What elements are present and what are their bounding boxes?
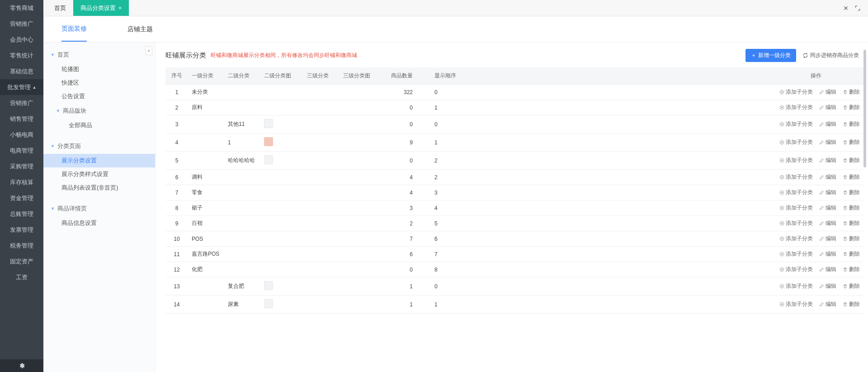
edit-button[interactable]: 编辑 xyxy=(819,173,836,181)
delete-button[interactable]: 删除 xyxy=(843,138,860,146)
edit-button[interactable]: 编辑 xyxy=(819,189,836,196)
cell-qty: 0 xyxy=(385,100,416,115)
collapse-panel-button[interactable]: « xyxy=(145,46,152,55)
tree-group-goods-block[interactable]: ▼商品版块 xyxy=(43,103,155,119)
tree-item-goods-list[interactable]: 商品列表设置(非首页) xyxy=(43,181,155,195)
tab-category-settings[interactable]: 商品分类设置× xyxy=(73,0,129,16)
add-child-button[interactable]: 添加子分类 xyxy=(779,219,813,227)
nav-retail-mall[interactable]: 零售商城 xyxy=(0,0,43,16)
delete-button[interactable]: 删除 xyxy=(843,235,860,243)
edit-button[interactable]: 编辑 xyxy=(819,282,836,290)
add-child-button[interactable]: 添加子分类 xyxy=(779,282,813,290)
edit-button[interactable]: 编辑 xyxy=(819,120,836,128)
cell-l1 xyxy=(188,296,224,314)
cell-order: 5 xyxy=(416,216,769,231)
subtab-theme[interactable]: 店铺主题 xyxy=(127,18,153,41)
tree-group-detail-page[interactable]: ▼商品详情页 xyxy=(43,201,155,216)
add-child-button[interactable]: 添加子分类 xyxy=(779,120,813,128)
add-child-button[interactable]: 添加子分类 xyxy=(779,204,813,212)
add-child-button[interactable]: 添加子分类 xyxy=(779,138,813,146)
delete-button[interactable]: 删除 xyxy=(843,88,860,96)
cell-l2 xyxy=(224,231,260,247)
cell-l2: 复合肥 xyxy=(224,277,260,296)
cell-order: 6 xyxy=(416,231,769,247)
add-child-button[interactable]: 添加子分类 xyxy=(779,300,813,308)
delete-button[interactable]: 删除 xyxy=(843,266,860,273)
tree-item-goods-info[interactable]: 商品信息设置 xyxy=(43,216,155,230)
close-icon[interactable]: × xyxy=(118,5,122,11)
table-row: 12化肥08添加子分类编辑删除 xyxy=(165,262,863,277)
nav-sales[interactable]: 销售管理 xyxy=(0,111,43,127)
tree-panel: « ▼首页 轮播图 快捷区 公告设置 ▼商品版块 全部商品 ▼分类页面 展示分类… xyxy=(43,43,156,372)
edit-button[interactable]: 编辑 xyxy=(819,204,836,212)
tree-group-home[interactable]: ▼首页 xyxy=(43,47,155,62)
cell-order: 7 xyxy=(416,247,769,262)
delete-button[interactable]: 删除 xyxy=(843,219,860,227)
cell-l2: 其他11 xyxy=(224,115,260,134)
add-top-category-button[interactable]: ＋新增一级分类 xyxy=(745,49,796,62)
cell-l1 xyxy=(188,152,224,170)
nav-funds[interactable]: 资金管理 xyxy=(0,190,43,206)
cell-seq: 8 xyxy=(165,200,188,216)
delete-button[interactable]: 删除 xyxy=(843,173,860,181)
nav-inventory[interactable]: 库存核算 xyxy=(0,174,43,190)
nav-purchase[interactable]: 采购管理 xyxy=(0,158,43,174)
edit-button[interactable]: 编辑 xyxy=(819,88,836,96)
add-child-button[interactable]: 添加子分类 xyxy=(779,235,813,243)
nav-salary[interactable]: 工资 xyxy=(0,269,43,285)
sync-categories-button[interactable]: 同步进销存商品分类 xyxy=(802,52,859,59)
add-child-button[interactable]: 添加子分类 xyxy=(779,250,813,258)
tree-group-category-page[interactable]: ▼分类页面 xyxy=(43,138,155,154)
nav-marketing-2[interactable]: 营销推广 xyxy=(0,95,43,111)
tab-home[interactable]: 首页 xyxy=(47,0,73,16)
delete-button[interactable]: 删除 xyxy=(843,204,860,212)
add-child-button[interactable]: 添加子分类 xyxy=(779,189,813,196)
nav-fixed-asset[interactable]: 固定资产 xyxy=(0,253,43,269)
cell-seq: 9 xyxy=(165,216,188,231)
edit-button[interactable]: 编辑 xyxy=(819,300,836,308)
tree-item-carousel[interactable]: 轮播图 xyxy=(43,62,155,76)
edit-button[interactable]: 编辑 xyxy=(819,219,836,227)
delete-button[interactable]: 删除 xyxy=(843,104,860,111)
tree-item-all-goods[interactable]: 全部商品 xyxy=(43,119,155,132)
edit-button[interactable]: 编辑 xyxy=(819,250,836,258)
delete-button[interactable]: 删除 xyxy=(843,300,860,308)
tree-item-quickarea[interactable]: 快捷区 xyxy=(43,76,155,90)
add-child-button[interactable]: 添加子分类 xyxy=(779,157,813,164)
nav-wholesale[interactable]: 批发管理▲ xyxy=(0,79,43,95)
edit-button[interactable]: 编辑 xyxy=(819,104,836,111)
nav-invoice[interactable]: 发票管理 xyxy=(0,222,43,238)
tree-item-display-cat-settings[interactable]: 展示分类设置 xyxy=(43,154,155,167)
scrollbar-thumb[interactable] xyxy=(863,50,866,167)
settings-button[interactable] xyxy=(0,359,43,372)
close-all-icon[interactable] xyxy=(843,5,849,11)
delete-button[interactable]: 删除 xyxy=(843,189,860,196)
delete-button[interactable]: 删除 xyxy=(843,250,860,258)
expand-icon[interactable] xyxy=(854,5,861,11)
cell-l3 xyxy=(303,231,340,247)
nav-ecommerce[interactable]: 电商管理 xyxy=(0,143,43,158)
nav-xiaochang[interactable]: 小畅电商 xyxy=(0,127,43,143)
table-row: 14尿素11添加子分类编辑删除 xyxy=(165,296,863,314)
nav-member-center[interactable]: 会员中心 xyxy=(0,32,43,48)
caret-down-icon: ▼ xyxy=(51,144,55,148)
tree-item-notice[interactable]: 公告设置 xyxy=(43,90,155,103)
nav-ledger[interactable]: 总账管理 xyxy=(0,206,43,222)
edit-button[interactable]: 编辑 xyxy=(819,157,836,164)
edit-button[interactable]: 编辑 xyxy=(819,138,836,146)
nav-marketing-1[interactable]: 营销推广 xyxy=(0,16,43,32)
edit-button[interactable]: 编辑 xyxy=(819,266,836,273)
delete-button[interactable]: 删除 xyxy=(843,120,860,128)
add-child-button[interactable]: 添加子分类 xyxy=(779,88,813,96)
add-child-button[interactable]: 添加子分类 xyxy=(779,266,813,273)
nav-tax[interactable]: 税务管理 xyxy=(0,238,43,253)
subtab-decoration[interactable]: 页面装修 xyxy=(61,17,87,42)
add-child-button[interactable]: 添加子分类 xyxy=(779,104,813,111)
nav-retail-stat[interactable]: 零售统计 xyxy=(0,48,43,63)
tree-item-display-cat-style[interactable]: 展示分类样式设置 xyxy=(43,167,155,181)
delete-button[interactable]: 删除 xyxy=(843,157,860,164)
delete-button[interactable]: 删除 xyxy=(843,282,860,290)
add-child-button[interactable]: 添加子分类 xyxy=(779,173,813,181)
edit-button[interactable]: 编辑 xyxy=(819,235,836,243)
nav-basic-info[interactable]: 基础信息 xyxy=(0,63,43,79)
